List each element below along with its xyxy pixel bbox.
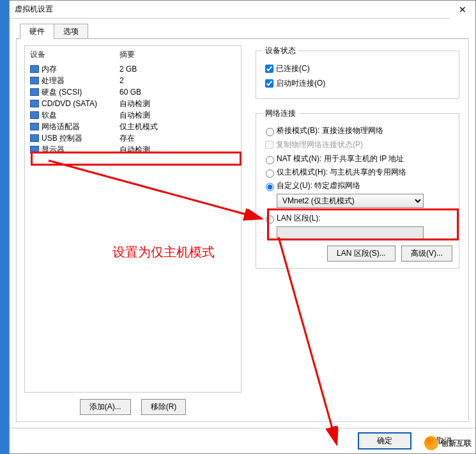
- custom-radio[interactable]: 自定义(U): 特定虚拟网络: [263, 180, 452, 191]
- device-row-usb[interactable]: USB 控制器存在: [25, 132, 241, 144]
- titlebar: 虚拟机设置 ✕: [10, 1, 475, 19]
- network-legend: 网络连接: [263, 108, 298, 119]
- window-title: 虚拟机设置: [15, 4, 53, 15]
- custom-network-select[interactable]: VMnet2 (仅主机模式): [277, 194, 424, 208]
- connect-on-poweron-checkbox[interactable]: 启动时连接(O): [263, 77, 452, 90]
- watermark-text: 创新互联: [441, 438, 472, 449]
- device-row-network[interactable]: 网络适配器仅主机模式: [25, 121, 241, 132]
- cpu-icon: [30, 77, 39, 84]
- device-status-legend: 设备状态: [263, 45, 298, 56]
- svg-line-1: [279, 237, 336, 442]
- floppy-icon: [30, 111, 39, 119]
- device-list-header: 设备 摘要: [25, 46, 241, 63]
- advanced-button[interactable]: 高级(V)...: [401, 246, 452, 262]
- cd-icon: [30, 100, 39, 107]
- col-summary: 摘要: [119, 49, 135, 60]
- nat-radio[interactable]: NAT 模式(N): 用于共享主机的 IP 地址: [263, 153, 452, 164]
- annotation-text: 设置为仅主机模式: [112, 244, 215, 261]
- device-row-memory[interactable]: 内存2 GB: [25, 63, 241, 75]
- vm-settings-window: 虚拟机设置 ✕ 硬件 选项 设备 摘要 内存2 GB: [9, 0, 476, 454]
- bridged-radio[interactable]: 桥接模式(B): 直接连接物理网络: [263, 125, 452, 136]
- device-status-group: 设备状态 已连接(C) 启动时连接(O): [256, 45, 459, 99]
- dialog-footer: 确定 取消: [10, 428, 475, 453]
- tab-hardware[interactable]: 硬件: [20, 24, 54, 39]
- watermark: 创新互联: [424, 436, 472, 450]
- connected-checkbox[interactable]: 已连接(C): [263, 63, 452, 75]
- add-device-button[interactable]: 添加(A)...: [80, 399, 131, 415]
- close-icon[interactable]: ✕: [450, 1, 475, 19]
- tab-options[interactable]: 选项: [54, 24, 88, 39]
- device-row-cpu[interactable]: 处理器2: [25, 75, 241, 86]
- replicate-checkbox: 复制物理网络连接状态(P): [263, 139, 452, 151]
- col-device: 设备: [30, 49, 119, 60]
- hostonly-radio[interactable]: 仅主机模式(H): 与主机共享的专用网络: [263, 167, 452, 178]
- network-icon: [30, 123, 39, 130]
- memory-icon: [30, 65, 39, 73]
- disk-icon: [30, 88, 39, 96]
- device-row-cddvd[interactable]: CD/DVD (SATA)自动检测: [25, 98, 241, 109]
- device-row-floppy[interactable]: 软盘自动检测: [25, 109, 241, 121]
- svg-line-0: [49, 160, 259, 218]
- usb-icon: [30, 134, 39, 142]
- device-row-disk[interactable]: 硬盘 (SCSI)60 GB: [25, 86, 241, 98]
- remove-device-button[interactable]: 移除(R): [141, 399, 187, 415]
- watermark-logo-icon: [424, 436, 438, 450]
